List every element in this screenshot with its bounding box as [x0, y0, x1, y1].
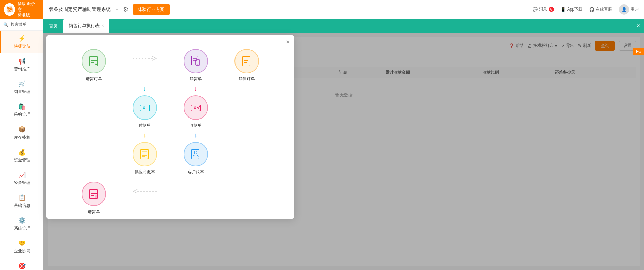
sidebar-item-quick-guide[interactable]: ⚡ 快捷导航	[0, 31, 43, 53]
sidebar-item-label: 系统管理	[14, 226, 30, 231]
search-menu[interactable]: 🔍 搜索菜单	[0, 19, 43, 31]
overlay[interactable]: × 进货订单	[43, 33, 644, 270]
flow-node-purchase-order[interactable]: 进货订单	[68, 46, 119, 85]
flow-node-receipt-bill[interactable]: ¥ 收款单	[180, 92, 211, 132]
quick-guide-icon: ⚡	[18, 35, 26, 42]
ea-badge[interactable]: Ea	[633, 48, 644, 55]
topbar: 装备及固定资产辅助管理系统 ⚙ 体验行业方案 💬 消息 6 📱 App下载 🎧 …	[43, 0, 644, 19]
flow-node-sale-bill[interactable]: 销货单	[170, 46, 221, 85]
enterprise-icon: 🤝	[18, 239, 26, 247]
flow-node-customer-ledger[interactable]: 客户账本	[180, 139, 211, 178]
sidebar-item-label: 企业协同	[14, 248, 30, 254]
tab-close-icon[interactable]: ×	[102, 23, 104, 28]
tab-close-btn[interactable]: ×	[636, 22, 640, 30]
supplier-ledger-icon	[139, 148, 151, 160]
system-dropdown[interactable]	[115, 7, 119, 12]
headset-icon: 🎧	[589, 7, 594, 12]
search-icon: 🔍	[3, 22, 8, 27]
sidebar-item-label: 基础信息	[14, 203, 30, 209]
sidebar-item-label: 经营管理	[14, 180, 30, 186]
base-info-icon: 📋	[18, 194, 26, 201]
online-service-item[interactable]: 🎧 在线客服	[589, 6, 612, 12]
receipt-bill-icon: ¥	[190, 102, 202, 114]
svg-text:✓: ✓	[96, 195, 99, 198]
sidebar-item-label: 资金管理	[14, 157, 30, 163]
sidebar-item-label: 库存核算	[14, 134, 30, 140]
arrow-down-receipt: ↓	[194, 85, 197, 92]
chevron-down-icon	[115, 7, 119, 12]
sidebar-item-inventory[interactable]: 📦 库存核算	[0, 122, 43, 144]
sidebar-item-operation[interactable]: 📈 经营管理	[0, 167, 43, 190]
spacer-r2c4	[221, 85, 272, 132]
spacer-r2c1	[68, 85, 119, 132]
receipt-bill-label: 收款单	[190, 123, 202, 128]
svg-text:¥: ¥	[193, 105, 196, 110]
flow-chart: 进货订单 ✓	[46, 35, 294, 219]
phone-icon: 📱	[561, 7, 566, 12]
sidebar-item-label: 营销推广	[14, 66, 30, 72]
tab-home-label: 首页	[49, 23, 58, 29]
arrow-down-payment: ↓	[143, 85, 146, 92]
message-label: 消息	[539, 6, 547, 12]
sale-bill-icon	[190, 55, 202, 67]
purchase-bill-circle: ✓	[82, 182, 106, 206]
purchase-order-label: 进货订单	[86, 76, 102, 82]
online-service-label: 在线客服	[596, 6, 612, 12]
sidebar-item-marketing[interactable]: 📢 营销推广	[0, 53, 43, 76]
search-label: 搜索菜单	[11, 22, 27, 28]
arrow-down-supplier: ↓	[143, 132, 146, 139]
payment-bill-label: 付款单	[139, 123, 151, 128]
message-icon: 💬	[533, 7, 538, 12]
experience-btn[interactable]: 体验行业方案	[133, 4, 170, 15]
purchase-icon: 🛍️	[18, 103, 26, 110]
tab-home[interactable]: 首页	[43, 19, 63, 33]
sidebar-item-base-info[interactable]: 📋 基础信息	[0, 190, 43, 213]
flow-node-supplier-ledger[interactable]: 供应商账本	[129, 139, 160, 178]
logo-text: 畅康通好生意 标准版	[18, 1, 39, 18]
supplier-ledger-circle	[133, 142, 157, 166]
sidebar-item-label: 采购管理	[14, 112, 30, 118]
spacer-r3c1	[68, 132, 119, 178]
operation-icon: 📈	[18, 171, 26, 179]
guide-icon: 🎯	[18, 262, 26, 270]
marketing-icon: 📢	[18, 57, 26, 65]
inventory-icon: 📦	[18, 126, 26, 133]
dashed-arrow-right-1	[131, 54, 158, 62]
flow-node-supplier-col: ↓ 供应商账本	[119, 132, 170, 178]
sale-bill-label: 销货单	[190, 76, 202, 82]
finance-icon: 💰	[18, 148, 26, 156]
flow-node-purchase-bill[interactable]: ✓ 进货单	[68, 178, 119, 218]
arrow-down-customer: ↓	[194, 132, 197, 139]
sidebar-item-enterprise[interactable]: 🤝 企业协同	[0, 235, 43, 258]
sale-order-icon	[241, 55, 253, 67]
sale-order-circle	[234, 49, 259, 73]
sidebar-logo: 畅 畅康通好生意 标准版	[0, 0, 43, 19]
system-icon: ⚙️	[18, 217, 26, 224]
sidebar-item-system[interactable]: ⚙️ 系统管理	[0, 213, 43, 235]
payment-bill-circle: ¥	[133, 95, 157, 120]
purchase-bill-label: 进货单	[88, 209, 100, 215]
payment-bill-icon: ¥	[139, 102, 151, 114]
sidebar-item-purchase[interactable]: 🛍️ 采购管理	[0, 99, 43, 122]
message-item[interactable]: 💬 消息 6	[533, 6, 554, 12]
app-download-item[interactable]: 📱 App下载	[561, 6, 582, 12]
user-item[interactable]: 👤 用户	[619, 4, 639, 15]
sidebar-item-sales[interactable]: 🛒 销售管理	[0, 76, 43, 99]
sidebar-item-label: 销售管理	[14, 89, 30, 95]
purchase-bill-icon: ✓	[88, 188, 100, 200]
dialog-close-btn[interactable]: ×	[286, 39, 290, 46]
svg-rect-25	[142, 151, 147, 152]
customer-ledger-label: 客户账本	[188, 169, 204, 175]
tab-sales-exec[interactable]: 销售订单执行表 ×	[63, 19, 109, 33]
sidebar-item-label: 快捷导航	[14, 43, 30, 49]
spacer-r3c4	[221, 132, 272, 178]
flow-node-sale-order[interactable]: 销售订单	[221, 46, 272, 85]
flow-node-receipt-col: ↓ ¥ 收款单	[170, 85, 221, 132]
flow-node-payment-bill[interactable]: ¥ 付款单	[129, 92, 160, 132]
message-badge: 6	[549, 7, 554, 12]
supplier-ledger-label: 供应商账本	[135, 169, 155, 175]
sidebar-item-guide[interactable]: 🎯 新手引导	[0, 258, 43, 270]
settings-icon[interactable]: ⚙	[123, 6, 128, 13]
flow-node-payment-col: ↓ ¥ 付款单	[119, 85, 170, 132]
sidebar-item-finance[interactable]: 💰 资金管理	[0, 144, 43, 167]
